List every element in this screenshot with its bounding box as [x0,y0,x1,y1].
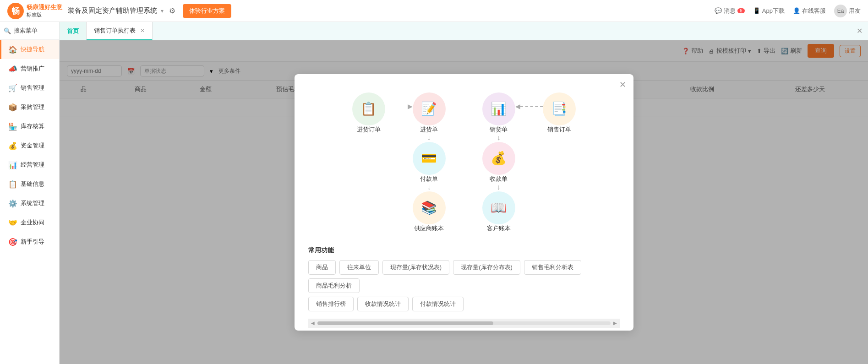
sidebar-item-label-finance: 资金管理 [21,141,44,150]
sidebar-item-enterprise[interactable]: 🤝 企业协同 [0,213,59,232]
logo-line2: 标准版 [27,11,62,18]
payment-bill-circle: 💳 [413,142,446,175]
message-item[interactable]: 💬 消息 6 [715,7,745,15]
close-tab-area[interactable]: ✕ [851,27,868,35]
down-arrow-sb: ↓ [482,134,515,142]
sales-order-label: 销售订单 [547,125,571,134]
top-right-area: 💬 消息 6 📱 App下载 👤 在线客服 Ea 用友 [715,5,861,17]
sidebar-search[interactable]: 🔍 搜索菜单 [0,22,59,40]
user-avatar: Ea [834,5,847,17]
system-dropdown-arrow[interactable]: ▾ [161,8,164,14]
sidebar-item-sales[interactable]: 🛒 销售管理 [0,78,59,98]
scroll-right-arrow[interactable]: ▶ [613,321,617,326]
guide-icon: 🎯 [9,238,17,246]
flow-diagram-area: 📋 进货订单 ▶ 📝 [308,88,620,242]
logo-area: 畅 畅康通好生意 标准版 [7,3,62,19]
sidebar-item-label-sales: 销售管理 [21,84,44,92]
sidebar-item-marketing[interactable]: 📣 营销推广 [0,59,59,78]
tab-sales-orders[interactable]: 销售订单执行表 ✕ [87,22,153,40]
down-arrow-rcpt: ↓ [482,183,515,191]
trial-button[interactable]: 体验行业方案 [183,4,231,18]
scroll-left-arrow[interactable]: ◀ [311,321,315,326]
sidebar-item-label-system: 系统管理 [21,199,44,207]
settings-icon[interactable]: ⚙ [169,6,175,15]
flow-node-sales-bill[interactable]: 📊 销货单 [482,92,515,134]
flow-node-receipt-bill[interactable]: 💰 收款单 [482,142,515,183]
down-arrow-pb: ↓ [413,134,446,142]
modal-dialog: ✕ 📋 进货订单 [295,74,633,331]
payment-bill-label: 付款单 [420,175,438,183]
arrow-sb-so: ◀ [515,103,543,110]
sidebar-item-inventory[interactable]: 🏪 库存核算 [0,117,59,136]
sidebar-item-purchase[interactable]: 📦 采购管理 [0,98,59,117]
sidebar-item-quick-nav[interactable]: 🏠 快捷导航 [0,40,59,59]
modal-close-button[interactable]: ✕ [619,80,626,90]
flow-row-3: 📚 供应商账本 📖 客户账本 [308,191,620,233]
func-btn-receipt-stat[interactable]: 收款情况统计 [357,297,409,311]
modal-scrollbar[interactable]: ◀ ▶ [308,319,620,328]
sidebar: 🔍 搜索菜单 🏠 快捷导航 📣 营销推广 🛒 销售管理 📦 采购管理 🏪 [0,22,60,364]
modal-overlay[interactable]: ✕ 📋 进货订单 [60,40,868,364]
func-btn-payment-stat[interactable]: 付款情况统计 [412,297,464,311]
app-download-item[interactable]: 📱 App下载 [753,7,785,15]
sidebar-item-guide[interactable]: 🎯 新手引导 [0,232,59,251]
marketing-icon: 📣 [9,65,17,73]
down-arrow-pmt: ↓ [413,183,446,191]
tab-home[interactable]: 首页 [60,22,87,40]
func-btn-stock-dist[interactable]: 现存量(库存分布表) [453,260,520,275]
flow-node-sales-order[interactable]: 📑 销售订单 [543,92,576,134]
sidebar-item-label-quick-nav: 快捷导航 [21,45,44,54]
logo-icon: 畅 [7,3,24,19]
common-functions-area: 常用功能 商品 往来单位 现存量(库存状况表) 现存量(库存分布表) 销售毛利分… [308,246,620,311]
system-name: 装备及固定资产辅助管理系统 [68,6,157,15]
tab-close-icon[interactable]: ✕ [140,27,145,34]
common-functions-title: 常用功能 [308,246,620,255]
user-name-label: 用友 [849,7,861,15]
flow-node-customer-ledger[interactable]: 📖 客户账本 [482,191,515,233]
user-item[interactable]: Ea 用友 [834,5,861,17]
arrow-po-pb: ▶ [385,103,413,110]
flow-arrow-row: ↓ ↓ [308,134,620,142]
scroll-thumb [317,321,493,325]
content-area: 首页 销售订单执行表 ✕ ✕ ❓ 帮助 [60,22,868,364]
sidebar-item-operation[interactable]: 📊 经营管理 [0,155,59,174]
supplier-ledger-label: 供应商账本 [414,224,444,233]
scroll-track [317,321,611,325]
func-btn-goods-profit[interactable]: 商品毛利分析 [308,278,360,293]
sidebar-item-label-basic-info: 基础信息 [21,180,44,188]
flow-node-payment-bill[interactable]: 💳 付款单 [413,142,446,183]
sales-order-circle: 📑 [543,92,576,125]
main-area: 🔍 搜索菜单 🏠 快捷导航 📣 营销推广 🛒 销售管理 📦 采购管理 🏪 [0,22,868,364]
func-btn-sales-rank[interactable]: 销售排行榜 [308,297,354,311]
sidebar-item-finance[interactable]: 💰 资金管理 [0,136,59,155]
func-btn-counterparty[interactable]: 往来单位 [339,260,379,275]
sidebar-item-basic-info[interactable]: 📋 基础信息 [0,174,59,194]
func-btn-goods[interactable]: 商品 [308,260,336,275]
app-container: 畅 畅康通好生意 标准版 装备及固定资产辅助管理系统 ▾ ⚙ 体验行业方案 💬 … [0,0,868,364]
func-btn-stock-status[interactable]: 现存量(库存状况表) [382,260,450,275]
flow-node-supplier-ledger[interactable]: 📚 供应商账本 [413,191,446,233]
flow-node-purchase-order[interactable]: 📋 进货订单 [352,92,385,134]
sidebar-item-system[interactable]: ⚙️ 系统管理 [0,194,59,213]
quick-nav-icon: 🏠 [9,45,17,54]
sidebar-item-label-enterprise: 企业协同 [21,218,44,227]
func-btn-sales-profit[interactable]: 销售毛利分析表 [524,260,581,275]
content-body: ❓ 帮助 🖨 按模板打印 ▾ ⬆ 导出 [60,40,868,364]
logo-text: 畅康通好生意 标准版 [27,4,62,18]
inventory-icon: 🏪 [9,122,17,130]
flow-node-purchase-bill[interactable]: 📝 进货单 [413,92,446,134]
enterprise-icon: 🤝 [9,218,17,227]
top-bar: 畅 畅康通好生意 标准版 装备及固定资产辅助管理系统 ▾ ⚙ 体验行业方案 💬 … [0,0,868,22]
func-buttons-row1: 商品 往来单位 现存量(库存状况表) 现存量(库存分布表) 销售毛利分析表 商品… [308,260,620,293]
purchase-bill-circle: 📝 [413,92,446,125]
sales-bill-label: 销货单 [490,125,508,134]
sidebar-item-label-inventory: 库存核算 [21,122,44,130]
flow-row-1: 📋 进货订单 ▶ 📝 [308,92,620,134]
app-download-label: App下载 [762,7,785,15]
message-badge: 6 [737,8,745,13]
sidebar-item-label-operation: 经营管理 [21,161,44,169]
operation-icon: 📊 [9,161,17,169]
online-service-item[interactable]: 👤 在线客服 [793,7,826,15]
purchase-icon: 📦 [9,103,17,111]
customer-ledger-circle: 📖 [482,191,515,224]
